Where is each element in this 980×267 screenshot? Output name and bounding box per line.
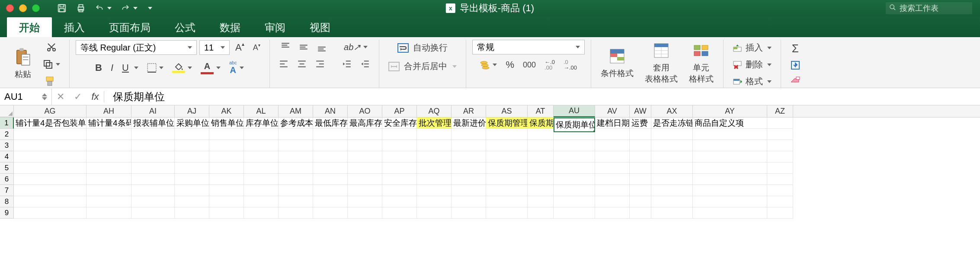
cell-AV4[interactable]: [595, 151, 630, 162]
cell-AS6[interactable]: [486, 174, 528, 185]
cell-AZ6[interactable]: [767, 174, 793, 185]
column-header-AX[interactable]: AX: [651, 105, 693, 117]
cell-AV9[interactable]: [595, 207, 630, 219]
column-header-AG[interactable]: AG: [14, 105, 86, 117]
cell-AS7[interactable]: [486, 185, 528, 196]
cell-AR8[interactable]: [452, 196, 486, 207]
cell-AI1[interactable]: 报表辅单位: [131, 118, 175, 129]
cell-AS4[interactable]: [486, 151, 528, 162]
cell-AX4[interactable]: [651, 151, 693, 162]
border-button[interactable]: [144, 61, 167, 75]
cell-AP3[interactable]: [382, 140, 417, 151]
cell-AM8[interactable]: [279, 196, 313, 207]
cell-AG3[interactable]: [14, 140, 86, 151]
fx-button[interactable]: fx: [86, 91, 104, 102]
cell-AJ5[interactable]: [175, 162, 209, 174]
cell-AU6[interactable]: [554, 174, 595, 185]
row-header-2[interactable]: 2: [0, 129, 14, 140]
cell-AW5[interactable]: [630, 162, 651, 174]
cell-AI8[interactable]: [131, 196, 175, 207]
cell-AJ6[interactable]: [175, 174, 209, 185]
cell-AS2[interactable]: [486, 129, 528, 140]
cell-AY5[interactable]: [693, 162, 767, 174]
cell-AH9[interactable]: [86, 207, 131, 219]
cell-AY8[interactable]: [693, 196, 767, 207]
cell-AW3[interactable]: [630, 140, 651, 151]
column-header-AS[interactable]: AS: [486, 105, 528, 117]
cell-AG1[interactable]: 辅计量4是否包装单位: [14, 118, 86, 129]
row-header-1[interactable]: 1: [0, 118, 14, 129]
tab-review[interactable]: 审阅: [253, 17, 298, 37]
tab-data[interactable]: 数据: [208, 17, 253, 37]
cell-AU7[interactable]: [554, 185, 595, 196]
cell-AU1[interactable]: 保质期单位: [554, 118, 595, 132]
cell-AL2[interactable]: [244, 129, 279, 140]
cell-AJ2[interactable]: [175, 129, 209, 140]
cell-AL5[interactable]: [244, 162, 279, 174]
align-top-button[interactable]: [278, 40, 293, 54]
cell-AP2[interactable]: [382, 129, 417, 140]
cell-AN9[interactable]: [313, 207, 348, 219]
cell-AR5[interactable]: [452, 162, 486, 174]
align-bottom-button[interactable]: [314, 40, 330, 54]
cell-AQ5[interactable]: [417, 162, 452, 174]
cell-AV2[interactable]: [595, 129, 630, 140]
paste-button[interactable]: 粘贴: [10, 46, 35, 82]
cell-AJ4[interactable]: [175, 151, 209, 162]
column-header-AY[interactable]: AY: [693, 105, 767, 117]
cell-AN6[interactable]: [313, 174, 348, 185]
cell-AP9[interactable]: [382, 207, 417, 219]
cell-AT7[interactable]: [528, 185, 554, 196]
cut-button[interactable]: [40, 40, 63, 54]
formula-input[interactable]: 保质期单位: [104, 90, 980, 104]
redo-button[interactable]: [121, 4, 138, 13]
cell-AW1[interactable]: 运费: [630, 118, 651, 129]
column-header-AN[interactable]: AN: [313, 105, 348, 117]
save-button[interactable]: [57, 3, 67, 13]
column-header-AO[interactable]: AO: [348, 105, 382, 117]
cell-AN8[interactable]: [313, 196, 348, 207]
align-center-button[interactable]: [294, 57, 310, 71]
cell-AY9[interactable]: [693, 207, 767, 219]
cell-AX3[interactable]: [651, 140, 693, 151]
cell-AT5[interactable]: [528, 162, 554, 174]
cell-AW9[interactable]: [630, 207, 651, 219]
cell-AN3[interactable]: [313, 140, 348, 151]
cell-AS8[interactable]: [486, 196, 528, 207]
cell-AI7[interactable]: [131, 185, 175, 196]
fill-color-button[interactable]: [169, 60, 195, 75]
cell-AW2[interactable]: [630, 129, 651, 140]
cell-AR3[interactable]: [452, 140, 486, 151]
number-format-select[interactable]: 常规: [472, 40, 585, 54]
cell-AS9[interactable]: [486, 207, 528, 219]
insert-button[interactable]: 插入: [730, 40, 775, 56]
column-header-AH[interactable]: AH: [86, 105, 131, 117]
cell-AP5[interactable]: [382, 162, 417, 174]
cell-AM7[interactable]: [279, 185, 313, 196]
column-header-AK[interactable]: AK: [209, 105, 244, 117]
cell-AO4[interactable]: [348, 151, 382, 162]
cell-AW8[interactable]: [630, 196, 651, 207]
cell-AR6[interactable]: [452, 174, 486, 185]
cell-AY4[interactable]: [693, 151, 767, 162]
cell-AU4[interactable]: [554, 151, 595, 162]
cell-AG9[interactable]: [14, 207, 86, 219]
cell-AV8[interactable]: [595, 196, 630, 207]
format-button[interactable]: 格式: [730, 73, 775, 89]
cell-AY3[interactable]: [693, 140, 767, 151]
font-name-select[interactable]: 等线 Regular (正文): [76, 40, 197, 55]
cell-AP4[interactable]: [382, 151, 417, 162]
cell-AJ9[interactable]: [175, 207, 209, 219]
cell-AU5[interactable]: [554, 162, 595, 174]
cell-AV5[interactable]: [595, 162, 630, 174]
cell-AO9[interactable]: [348, 207, 382, 219]
cell-AM5[interactable]: [279, 162, 313, 174]
orientation-button[interactable]: ab↗: [341, 40, 371, 54]
cell-AR9[interactable]: [452, 207, 486, 219]
cell-AR2[interactable]: [452, 129, 486, 140]
column-header-AQ[interactable]: AQ: [417, 105, 452, 117]
cell-AJ1[interactable]: 采购单位: [175, 118, 209, 129]
cell-AH2[interactable]: [86, 129, 131, 140]
copy-button[interactable]: [40, 57, 63, 72]
cell-AQ7[interactable]: [417, 185, 452, 196]
